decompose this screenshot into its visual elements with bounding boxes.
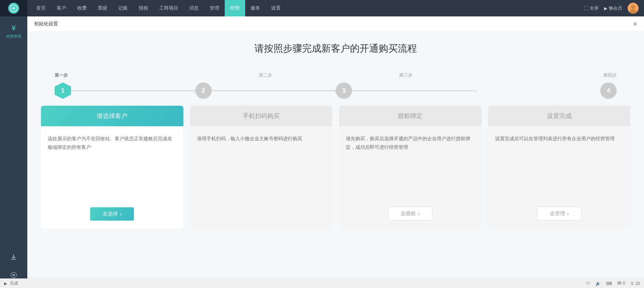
card2-footer — [190, 215, 333, 229]
circle-status: ① 10 — [630, 281, 640, 286]
step3-circle: 3 — [336, 82, 352, 99]
nav-service[interactable]: 服务 — [245, 0, 266, 16]
sidebar-download[interactable] — [0, 248, 27, 266]
top-navigation: 首页 客户 收费 票据 记账 报税 工商项目 消息 管理 经营 服务 设置 ⛶ … — [0, 0, 644, 16]
card3-body: 请先购买，购买后选择开通的产品中的企业用户进行授权绑定，成功后即可进行经营管理 — [339, 126, 481, 201]
step-card-3: 授权绑定 请先购买，购买后选择开通的产品中的企业用户进行授权绑定，成功后即可进行… — [339, 106, 481, 229]
page-title: 初始化设置 — [34, 21, 58, 27]
main-content: 初始化设置 × 请按照步骤完成新客户的开通购买流程 第一步 1 › — [27, 16, 644, 288]
fullscreen-icon: ⛶ — [584, 6, 588, 11]
steps-flow: 第一步 1 › 第二步 2 — [41, 72, 630, 99]
page-header: 初始化设置 × — [27, 16, 644, 32]
nav-message[interactable]: 消息 — [184, 0, 204, 16]
step1-label: 第一步 — [55, 72, 68, 78]
step2-label: 第二步 — [259, 72, 272, 78]
card3-header: 授权绑定 — [339, 106, 481, 126]
status-bar: ▶ 完成 🛡 🔊 ⌨ 网 0 ① 10 — [0, 278, 644, 288]
arrow-icon: › — [120, 211, 122, 217]
step1-circle: 1 — [55, 82, 71, 99]
card1-header: 请选择客户 — [41, 106, 183, 126]
play-icon-status: ▶ — [4, 281, 7, 286]
step3-label: 第三步 — [399, 72, 412, 78]
app-logo — [8, 3, 19, 14]
nav-fee[interactable]: 收费 — [72, 0, 92, 16]
card3-footer: 去授权 › — [339, 201, 481, 229]
network-status: 网 0 — [617, 280, 625, 286]
content-area: 请按照步骤完成新客户的开通购买流程 第一步 1 › 第二步 — [27, 32, 644, 239]
svg-point-6 — [13, 274, 15, 276]
volume-icon: 🔊 — [596, 281, 601, 286]
step-card-1: 请选择客户 该处展示的客户为不在回收站、客户状态正常建账后完成老板端绑定的所有客… — [41, 106, 183, 229]
step3-line: › — [352, 90, 476, 91]
close-button[interactable]: × — [633, 21, 637, 27]
step1-line: › — [71, 90, 195, 91]
nav-accounting[interactable]: 记账 — [113, 0, 133, 16]
nav-invoice[interactable]: 票据 — [92, 0, 113, 16]
nav-business[interactable]: 工商项目 — [154, 0, 184, 16]
nav-items: 首页 客户 收费 票据 记账 报税 工商项目 消息 管理 经营 服务 设置 — [27, 0, 578, 16]
sidebar: ¥ 经营管理 — [0, 16, 27, 288]
nav-operation[interactable]: 经营 — [225, 0, 245, 16]
step2-circle: 2 — [195, 82, 212, 99]
nav-right: ⛶ 全屏 ▶ 畅会员 — [578, 3, 644, 14]
status-bar-right: 🛡 🔊 ⌨ 网 0 ① 10 — [586, 280, 640, 286]
step4-label: 第四步 — [603, 72, 617, 78]
step4-circle: 4 — [600, 82, 617, 99]
card2-header: 手机扫码购买 — [190, 106, 333, 126]
nav-customer[interactable]: 客户 — [51, 0, 72, 16]
nav-manage[interactable]: 管理 — [204, 0, 225, 16]
card4-header: 设置完成 — [488, 106, 631, 126]
go-authorize-button[interactable]: 去授权 › — [388, 207, 432, 221]
member-button[interactable]: ▶ 畅会员 — [604, 5, 622, 11]
user-avatar[interactable] — [628, 3, 639, 14]
step-container-2: 第二步 2 › — [195, 72, 336, 99]
app-body: ¥ 经营管理 — [0, 16, 644, 288]
yuan-icon: ¥ — [9, 23, 18, 33]
step-card-2: 手机扫码购买 请用手机扫码，输入小微企业主账号密码进行购买 — [190, 106, 333, 229]
step-container-4: 第四步 4 — [476, 72, 631, 99]
go-select-button[interactable]: 去选择 › — [90, 207, 134, 221]
card1-footer: 去选择 › — [41, 202, 183, 229]
fullscreen-button[interactable]: ⛶ 全屏 — [584, 5, 599, 11]
main-heading: 请按照步骤完成新客户的开通购买流程 — [41, 42, 630, 55]
card4-body: 设置完成后可以在管理列表进行所有企业用户的经营管理 — [488, 126, 631, 201]
nav-settings[interactable]: 设置 — [266, 0, 286, 16]
play-icon: ▶ — [604, 6, 607, 11]
cards-row: 请选择客户 该处展示的客户为不在回收站、客户状态正常建账后完成老板端绑定的所有客… — [41, 106, 630, 229]
logo-area — [0, 0, 27, 16]
shield-icon: 🛡 — [586, 281, 590, 286]
sidebar-item-operation[interactable]: ¥ 经营管理 — [0, 19, 27, 43]
svg-point-2 — [631, 5, 635, 9]
step2-line: › — [212, 90, 336, 91]
card4-footer: 去管理 › — [488, 201, 631, 229]
nav-tax[interactable]: 报税 — [133, 0, 154, 16]
card1-body: 该处展示的客户为不在回收站、客户状态正常建账后完成老板端绑定的所有客户 — [41, 126, 183, 202]
step-container-1: 第一步 1 › — [41, 72, 195, 99]
step-container-3: 第三步 3 › — [336, 72, 476, 99]
download-icon — [9, 252, 18, 262]
card2-body: 请用手机扫码，输入小微企业主账号密码进行购买 — [190, 126, 333, 215]
nav-home[interactable]: 首页 — [31, 0, 51, 16]
arrow-icon-4: › — [567, 211, 569, 217]
arrow-icon-3: › — [418, 211, 420, 217]
status-label: 完成 — [10, 280, 18, 286]
svg-rect-4 — [11, 259, 16, 260]
keyboard-icon: ⌨ — [606, 281, 612, 286]
go-manage-button[interactable]: 去管理 › — [537, 207, 582, 221]
step-card-4: 设置完成 设置完成后可以在管理列表进行所有企业用户的经营管理 去管理 › — [488, 106, 631, 229]
